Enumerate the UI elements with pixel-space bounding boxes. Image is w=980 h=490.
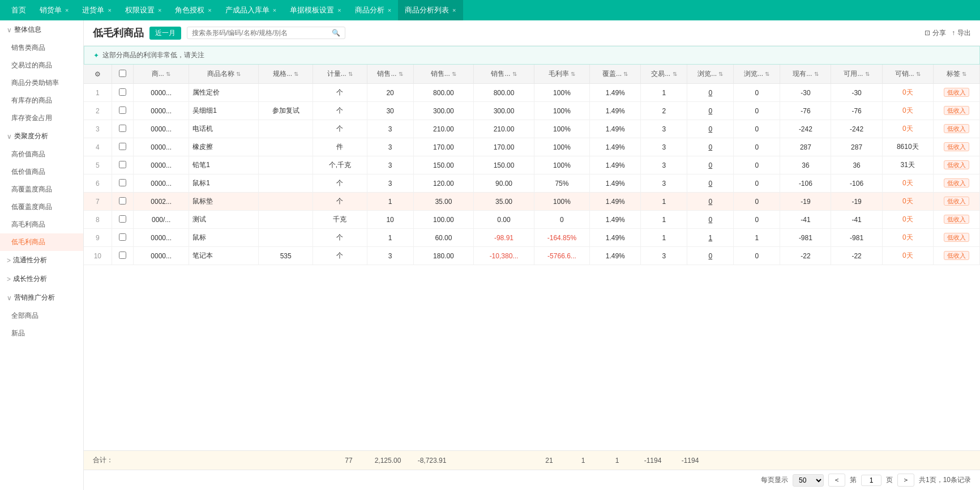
close-icon[interactable]: × [208,7,211,14]
row-sales-amount: 35.00 [413,193,474,211]
row-select-checkbox[interactable] [119,143,126,150]
sidebar-item-sales-goods[interactable]: 销售类商品 [0,39,83,57]
col-sales-profit[interactable]: 销售... ⇅ [474,65,534,84]
filter-recent-month-btn[interactable]: 近一月 [149,27,181,40]
prev-page-btn[interactable]: ＜ [828,474,845,487]
close-icon[interactable]: × [452,7,456,14]
sidebar-item-low-value[interactable]: 低价值商品 [0,163,83,181]
row-current-stock: -242 [780,120,831,138]
sidebar-item-high-coverage[interactable]: 高覆盖度商品 [0,181,83,198]
row-select-checkbox[interactable] [119,161,126,168]
row-sellable: 0天 [882,174,933,193]
nav-role-auth[interactable]: 角色授权 × [168,0,218,20]
nav-product-analysis-list[interactable]: 商品分析列表 × [398,0,463,20]
row-browse1[interactable]: 0 [687,84,734,102]
close-icon[interactable]: × [158,7,161,14]
close-icon[interactable]: × [65,7,69,14]
sidebar-group-overall[interactable]: ∨ 整体信息 [0,20,83,39]
col-code[interactable]: 商... ⇅ [133,65,189,84]
row-browse1[interactable]: 0 [687,120,734,138]
close-icon[interactable]: × [273,7,276,14]
col-browse2[interactable]: 浏览... ⇅ [734,65,780,84]
row-browse1[interactable]: 0 [687,193,734,211]
page-number-input[interactable] [861,475,881,486]
col-coverage[interactable]: 覆盖... ⇅ [590,65,641,84]
row-select-checkbox[interactable] [119,233,126,241]
close-icon[interactable]: × [337,7,341,14]
sidebar-item-high-profit[interactable]: 高毛利商品 [0,216,83,233]
col-tag[interactable]: 标签 ⇅ [933,65,979,84]
summary-browse1: 1 [566,457,600,465]
row-select-checkbox[interactable] [119,106,126,114]
nav-sales-order[interactable]: 销货单 × [33,0,75,20]
sidebar-item-all-goods[interactable]: 全部商品 [0,307,83,325]
next-page-btn[interactable]: ＞ [897,474,914,487]
col-name[interactable]: 商品名称 ⇅ [189,65,259,84]
row-browse1[interactable]: 0 [687,102,734,120]
row-unit: 个 [313,84,367,102]
sidebar-item-low-coverage[interactable]: 低覆盖度商品 [0,198,83,216]
col-available[interactable]: 可用... ⇅ [831,65,882,84]
sidebar-item-low-profit[interactable]: 低毛利商品 [0,233,83,251]
nav-product-analysis[interactable]: 商品分析 × [348,0,398,20]
row-browse1[interactable]: 0 [687,174,734,193]
row-checkbox [112,102,133,120]
row-available: -242 [831,120,882,138]
nav-product-inbound[interactable]: 产成品入库单 × [219,0,283,20]
col-sellable[interactable]: 可销... ⇅ [882,65,933,84]
row-select-checkbox[interactable] [119,125,126,132]
col-browse1[interactable]: 浏览... ⇅ [687,65,734,84]
nav-permission-settings[interactable]: 权限设置 × [118,0,168,20]
row-code: 0000... [133,229,189,247]
sidebar-group-growth[interactable]: > 成长性分析 [0,270,83,288]
row-browse1[interactable]: 0 [687,247,734,265]
row-checkbox [112,174,133,193]
row-select-checkbox[interactable] [119,197,126,204]
share-btn[interactable]: ⊡ 分享 [925,28,946,38]
row-select-checkbox[interactable] [119,252,126,259]
row-select-checkbox[interactable] [119,88,126,96]
row-coverage: 1.49% [590,211,641,229]
sidebar-item-high-value[interactable]: 高价值商品 [0,146,83,163]
row-sellable: 0天 [882,102,933,120]
col-sales-qty[interactable]: 销售... ⇅ [367,65,413,84]
col-current-stock[interactable]: 现有... ⇅ [780,65,831,84]
sidebar-item-traded-goods[interactable]: 交易过的商品 [0,57,83,74]
sidebar-group-cluster[interactable]: ∨ 类聚度分析 [0,127,83,146]
col-gross-margin[interactable]: 毛利率 ⇅ [534,65,589,84]
search-icon[interactable]: 🔍 [332,29,340,37]
sidebar-item-new-goods[interactable]: 新品 [0,325,83,342]
page-size-select[interactable]: 50 100 200 [793,474,824,487]
sidebar-item-in-stock[interactable]: 有库存的商品 [0,92,83,109]
row-select-checkbox[interactable] [119,215,126,223]
nav-home[interactable]: 首页 [5,0,33,20]
row-available: 287 [831,138,882,156]
sidebar-item-stock-capital[interactable]: 库存资金占用 [0,109,83,127]
export-btn[interactable]: ↑ 导出 [952,28,971,38]
row-gross-margin: 100% [534,120,589,138]
row-browse1[interactable]: 0 [687,211,734,229]
col-transaction[interactable]: 交易... ⇅ [641,65,687,84]
close-icon[interactable]: × [388,7,391,14]
sidebar-item-category-rate[interactable]: 商品分类助销率 [0,74,83,92]
search-input[interactable] [192,29,332,37]
col-settings[interactable]: ⚙ [84,65,112,84]
col-unit[interactable]: 计量... ⇅ [313,65,367,84]
nav-purchase-order[interactable]: 进货单 × [75,0,118,20]
row-available: 36 [831,156,882,174]
row-browse1[interactable]: 1 [687,229,734,247]
row-browse1[interactable]: 0 [687,138,734,156]
nav-template-settings[interactable]: 单据模板设置 × [283,0,348,20]
sidebar-group-marketing[interactable]: ∨ 营销推广分析 [0,288,83,307]
row-browse1[interactable]: 0 [687,156,734,174]
col-spec[interactable]: 规格... ⇅ [259,65,313,84]
select-all-checkbox[interactable] [119,70,126,77]
row-select-checkbox[interactable] [119,179,126,186]
close-icon[interactable]: × [108,7,111,14]
sidebar-group-circulation[interactable]: > 流通性分析 [0,251,83,270]
sidebar-collapse-btn[interactable]: « [83,43,84,63]
row-sellable: 8610天 [882,138,933,156]
row-name: 测试 [189,211,259,229]
col-sales-amount[interactable]: 销售... ⇅ [413,65,474,84]
row-sales-profit: 800.00 [474,84,534,102]
